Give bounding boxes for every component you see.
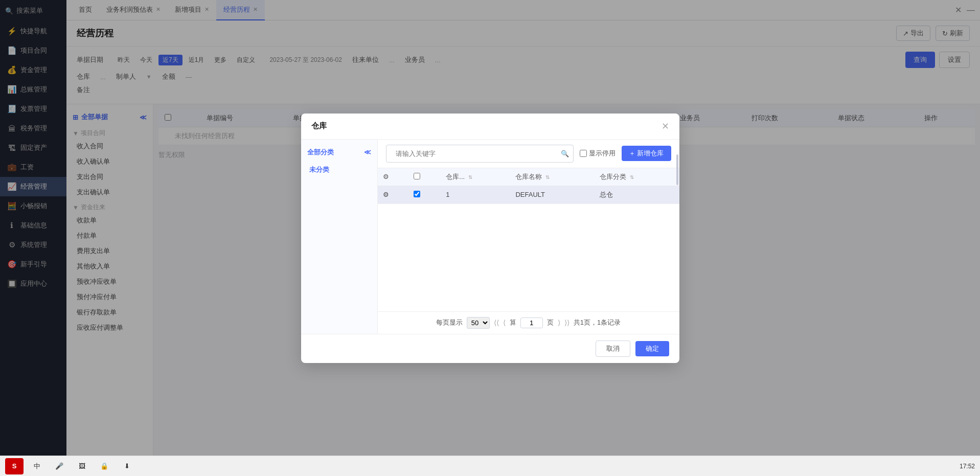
taskbar-app-down[interactable]: ⬇ — [118, 458, 136, 474]
modal-toolbar: 🔍 显示停用 ＋ 新增仓库 — [378, 140, 679, 168]
search-icon: 🔍 — [561, 150, 569, 157]
modal-last-btn[interactable]: ⟩⟩ — [564, 319, 569, 327]
modal-th-settings: ⚙ — [378, 168, 409, 186]
modal-expand-icon[interactable]: ≪ — [364, 148, 371, 156]
modal-header: 仓库 ✕ — [301, 114, 679, 140]
modal-prev-btn[interactable]: ⟨ — [503, 319, 506, 327]
taskbar-app-img[interactable]: 🖼 — [73, 458, 91, 474]
modal-th-code-label: 仓库... — [446, 173, 465, 180]
modal-page-label: 页 — [547, 318, 554, 327]
sort-code-icon: ⇅ — [468, 174, 472, 180]
modal-all-category-label: 全部分类 — [307, 148, 334, 157]
taskbar-right: 17:52 — [960, 463, 975, 470]
taskbar-app-zh[interactable]: 中 — [28, 458, 46, 474]
modal-confirm-btn[interactable]: 确定 — [635, 341, 669, 356]
modal-first-btn[interactable]: ⟨⟨ — [494, 319, 499, 327]
row-checkbox-cell — [408, 186, 441, 203]
modal-left-header[interactable]: 全部分类 ≪ — [301, 144, 377, 161]
taskbar: S 中 🎤 🖼 🔒 ⬇ 17:52 — [0, 456, 980, 476]
modal-th-code: 仓库... ⇅ — [441, 168, 510, 186]
modal-per-page-select[interactable]: 50 — [467, 317, 490, 329]
modal-page-input[interactable] — [520, 318, 543, 328]
row-checkbox[interactable] — [414, 191, 420, 197]
modal-footer: 取消 确定 — [301, 334, 679, 363]
modal-body: 全部分类 ≪ 未分类 🔍 显示停用 ＋ 新增仓库 — [301, 140, 679, 334]
left-panel-scrollbar — [676, 154, 678, 185]
modal-th-name: 仓库名称 ⇅ — [510, 168, 595, 186]
modal-table: ⚙ 仓库... ⇅ 仓库名称 ⇅ 仓库分类 — [378, 168, 679, 204]
taskbar-app-s[interactable]: S — [5, 458, 24, 474]
taskbar-app-lock[interactable]: 🔒 — [95, 458, 113, 474]
modal-table-area: ⚙ 仓库... ⇅ 仓库名称 ⇅ 仓库分类 — [378, 168, 679, 311]
modal-th-checkbox — [408, 168, 441, 186]
modal-left-uncategorized[interactable]: 未分类 — [301, 161, 377, 178]
warehouse-modal: 仓库 ✕ 全部分类 ≪ 未分类 🔍 显示停 — [301, 114, 679, 363]
modal-right-panel: 🔍 显示停用 ＋ 新增仓库 ⚙ 仓库... — [378, 140, 679, 334]
modal-total-info: 共1页，1条记录 — [574, 318, 621, 327]
modal-th-category: 仓库分类 ⇅ — [595, 168, 679, 186]
sort-name-icon: ⇅ — [545, 174, 550, 180]
modal-select-all[interactable] — [414, 173, 420, 179]
row-settings-cell: ⚙ — [378, 186, 409, 203]
modal-page-word: 算 — [510, 318, 516, 327]
modal-th-category-label: 仓库分类 — [600, 173, 626, 180]
modal-cancel-btn[interactable]: 取消 — [596, 341, 630, 357]
warehouse-search-input[interactable] — [391, 147, 559, 160]
modal-left-panel: 全部分类 ≪ 未分类 — [301, 140, 378, 334]
add-warehouse-btn[interactable]: ＋ 新增仓库 — [622, 146, 671, 161]
table-row[interactable]: ⚙ 1 DEFAULT 总仓 — [378, 186, 679, 203]
modal-per-page-label: 每页显示 — [436, 318, 463, 327]
taskbar-app-mic[interactable]: 🎤 — [50, 458, 69, 474]
uncategorized-label: 未分类 — [309, 166, 329, 173]
show-disabled-label: 显示停用 — [589, 149, 616, 158]
modal-pagination: 每页显示 50 ⟨⟨ ⟨ 算 页 ⟩ ⟩⟩ 共1页，1条记录 — [378, 311, 679, 334]
row-name-cell: 总仓 — [595, 186, 679, 203]
taskbar-time: 17:52 — [960, 463, 975, 470]
show-disabled-container: 显示停用 — [580, 149, 616, 158]
row-id-cell: 1 — [441, 186, 510, 203]
show-disabled-checkbox[interactable] — [580, 150, 587, 157]
modal-next-btn[interactable]: ⟩ — [558, 319, 560, 327]
modal-close-btn[interactable]: ✕ — [662, 121, 669, 132]
sort-category-icon: ⇅ — [630, 174, 634, 180]
modal-title: 仓库 — [311, 121, 327, 131]
modal-th-name-label: 仓库名称 — [515, 173, 542, 180]
taskbar-left: S 中 🎤 🖼 🔒 ⬇ — [5, 458, 136, 474]
row-code-cell: DEFAULT — [510, 186, 595, 203]
